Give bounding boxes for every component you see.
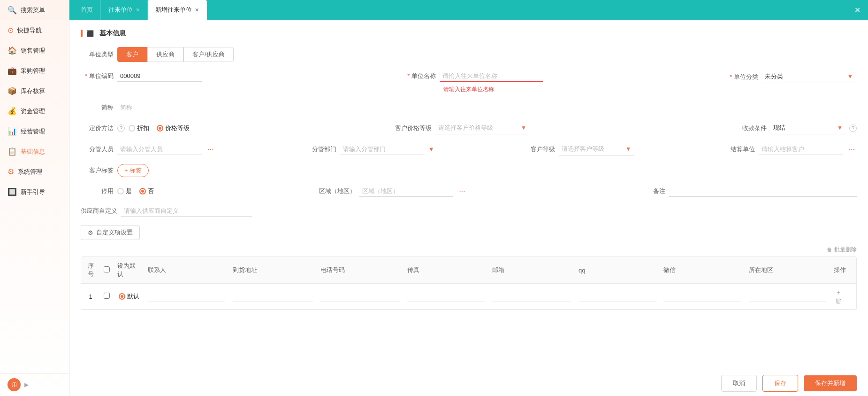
tab-new-partner[interactable]: 新增往来单位 ✕ <box>148 0 207 20</box>
remark-input[interactable] <box>669 186 857 197</box>
sidebar-item-finance[interactable]: 💰 资金管理 <box>0 101 69 121</box>
tab-bar: 首页 往来单位 ✕ 新增往来单位 ✕ ✕ <box>69 0 868 20</box>
purchase-icon: 💼 <box>8 66 17 75</box>
fax-input[interactable] <box>407 291 485 302</box>
payment-terms-value: 现结 <box>773 124 785 132</box>
batch-delete-btn[interactable]: 🗑 批量删除 <box>827 246 857 254</box>
radio-price-level-circle <box>157 125 163 132</box>
radio-disabled-no[interactable]: 否 <box>139 187 154 195</box>
btn-both[interactable]: 客户/供应商 <box>183 47 234 62</box>
sidebar-label-purchase: 采购管理 <box>21 67 45 75</box>
save-button[interactable]: 保存 <box>762 375 798 392</box>
code-input[interactable] <box>117 70 202 82</box>
expand-icon: ▶ <box>24 381 29 388</box>
finance-icon: 💰 <box>8 107 17 116</box>
address-input[interactable] <box>233 291 313 302</box>
batch-delete-label: 批量删除 <box>834 246 857 254</box>
manager-label: 分管人员 <box>81 145 114 154</box>
pricing-label: 定价方法 <box>81 124 114 132</box>
custom-settings-btn[interactable]: ⚙ 自定义项设置 <box>81 225 140 240</box>
region-more-icon[interactable]: ··· <box>457 187 467 195</box>
region-input[interactable] <box>359 186 453 197</box>
unit-type-group: 客户 供应商 客户/供应商 <box>117 47 234 62</box>
tab-partner[interactable]: 往来单位 ✕ <box>101 0 148 20</box>
radio-no-label: 否 <box>148 187 154 195</box>
th-region: 所在地区 <box>745 257 830 284</box>
payment-help-icon[interactable]: ? <box>849 124 857 132</box>
sidebar-item-inventory[interactable]: 📦 库存核算 <box>0 81 69 101</box>
delete-row-icon[interactable]: 🗑 <box>834 297 843 304</box>
manager-input[interactable] <box>117 144 202 155</box>
batch-delete-icon: 🗑 <box>827 247 832 253</box>
sidebar-item-sales[interactable]: 🏠 销售管理 <box>0 40 69 61</box>
btn-customer[interactable]: 客户 <box>117 47 147 62</box>
customer-price-select[interactable]: 请选择客户价格等级 ▼ <box>435 122 529 134</box>
sidebar-item-quicknav[interactable]: ⊙ 快捷导航 <box>0 20 69 40</box>
tab-new-partner-close[interactable]: ✕ <box>195 7 199 13</box>
email-input[interactable] <box>492 291 571 302</box>
default-radio[interactable]: 默认 <box>117 292 140 301</box>
tag-add-btn[interactable]: + 标签 <box>117 164 149 177</box>
category-select[interactable]: 未分类 ▼ <box>762 70 856 83</box>
quicknav-icon: ⊙ <box>8 26 14 35</box>
manager-more-icon[interactable]: ··· <box>206 145 215 154</box>
table-actions-row: 🗑 批量删除 <box>81 246 857 254</box>
radio-no-circle <box>139 188 146 194</box>
dept-input[interactable] <box>340 144 425 155</box>
wechat-input[interactable] <box>663 291 741 302</box>
cancel-button[interactable]: 取消 <box>721 375 757 392</box>
th-phone: 电话号码 <box>317 257 403 284</box>
tag-label: 客户标签 <box>81 166 114 175</box>
close-all-tabs[interactable]: ✕ <box>851 6 864 15</box>
sidebar-item-purchase[interactable]: 💼 采购管理 <box>0 61 69 81</box>
short-name-row: 简称 <box>81 102 857 113</box>
pricing-row: 定价方法 ? 折扣 价格等级 客户价格等级 请选择客户价格等级 <box>81 122 857 134</box>
radio-discount[interactable]: 折扣 <box>129 124 149 132</box>
btn-supplier[interactable]: 供应商 <box>147 47 183 62</box>
unit-type-row: 单位类型 客户 供应商 客户/供应商 <box>81 47 857 62</box>
radio-price-level[interactable]: 价格等级 <box>157 124 190 132</box>
sidebar-item-search[interactable]: 🔍 搜索菜单 <box>0 0 69 20</box>
pricing-radio-group: 折扣 价格等级 <box>129 124 190 132</box>
radio-yes-label: 是 <box>126 187 132 195</box>
settlement-more-icon[interactable]: ··· <box>847 145 857 154</box>
supplier-custom-input[interactable] <box>121 205 252 217</box>
short-name-input[interactable] <box>117 102 221 113</box>
name-input[interactable] <box>440 70 543 82</box>
phone-input[interactable] <box>320 291 399 302</box>
th-default: 设为默认 <box>114 257 144 284</box>
sidebar-item-basic[interactable]: 📋 基础信息 <box>0 141 69 162</box>
qq-input[interactable] <box>579 291 656 302</box>
gear-icon: ⚙ <box>88 229 93 236</box>
tab-partner-close[interactable]: ✕ <box>136 7 140 13</box>
short-name-label: 简称 <box>81 103 114 112</box>
customer-level-select[interactable]: 请选择客户等级 ▼ <box>559 143 634 155</box>
section-icon: ⬛ <box>86 30 94 37</box>
contact-input[interactable] <box>148 291 225 302</box>
tab-home[interactable]: 首页 <box>73 0 101 20</box>
custom-settings-label: 自定义项设置 <box>96 228 133 237</box>
th-email: 邮箱 <box>488 257 575 284</box>
default-radio-circle <box>119 293 125 300</box>
settlement-input[interactable] <box>759 144 843 155</box>
payment-terms-chevron-icon: ▼ <box>837 124 843 131</box>
pricing-help-icon[interactable]: ? <box>117 124 125 132</box>
radio-disabled-yes[interactable]: 是 <box>117 187 132 195</box>
sidebar-item-newguide[interactable]: 🔲 新手引导 <box>0 182 69 202</box>
inventory-icon: 📦 <box>8 86 17 95</box>
payment-terms-select[interactable]: 现结 ▼ <box>770 122 845 134</box>
customer-price-label: 客户价格等级 <box>394 124 432 132</box>
row-checkbox[interactable] <box>104 293 110 299</box>
supplier-custom-label: 供应商自定义 <box>81 207 117 215</box>
cell-checkbox <box>100 284 114 310</box>
add-row-icon[interactable]: ＋ <box>834 288 843 296</box>
code-name-row: 单位编码 单位名称 请输入往来单位名称 单位分类 未分类 ▼ <box>81 70 857 93</box>
save-new-button[interactable]: 保存并新增 <box>804 375 857 391</box>
sidebar-item-system[interactable]: ⚙ 系统管理 <box>0 162 69 182</box>
sidebar-item-operations[interactable]: 📊 经营管理 <box>0 121 69 141</box>
region-table-input[interactable] <box>749 291 826 302</box>
select-all-checkbox[interactable] <box>104 266 110 272</box>
payment-terms-field: 收款条件 现结 ▼ ? <box>734 122 857 134</box>
th-checkbox <box>100 257 114 284</box>
newguide-icon: 🔲 <box>8 187 17 196</box>
